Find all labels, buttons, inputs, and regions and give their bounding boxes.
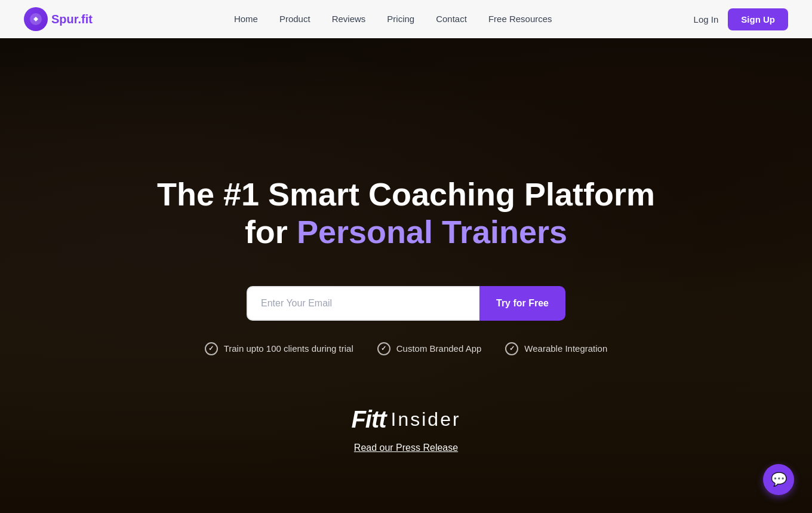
chat-button[interactable]: 💬 (763, 464, 794, 495)
nav-contact[interactable]: Contact (436, 14, 467, 24)
signup-button[interactable]: Sign Up (728, 8, 788, 30)
try-free-button[interactable]: Try for Free (479, 286, 565, 321)
fitt-text: Fitt (351, 406, 386, 433)
features-list: Train upto 100 clients during trial Cust… (205, 342, 608, 355)
check-icon-3 (505, 342, 518, 355)
nav-pricing[interactable]: Pricing (387, 14, 414, 24)
logo-text: Spur.fit (51, 13, 93, 26)
nav-reviews[interactable]: Reviews (332, 14, 366, 24)
press-section: Fitt Insider Read our Press Release (351, 406, 460, 453)
feature-label-3: Wearable Integration (524, 343, 607, 354)
login-button[interactable]: Log In (694, 14, 719, 24)
nav-links: Home Product Reviews Pricing Contact Fre… (234, 14, 552, 24)
feature-label-1: Train upto 100 clients during trial (224, 343, 353, 354)
logo[interactable]: Spur.fit (24, 7, 93, 31)
nav-home[interactable]: Home (234, 14, 258, 24)
navbar: Spur.fit Home Product Reviews Pricing Co… (0, 0, 812, 38)
logo-icon (24, 7, 48, 31)
feature-item-1: Train upto 100 clients during trial (205, 342, 353, 355)
email-form: Try for Free (247, 286, 565, 321)
feature-item-2: Custom Branded App (377, 342, 482, 355)
check-icon-1 (205, 342, 218, 355)
fitt-insider-logo: Fitt Insider (351, 406, 460, 433)
check-icon-2 (377, 342, 390, 355)
nav-actions: Log In Sign Up (694, 8, 788, 30)
nav-free-resources[interactable]: Free Resources (488, 14, 552, 24)
hero-section: Spur.fit Home Product Reviews Pricing Co… (0, 0, 812, 513)
hero-title: The #1 Smart Coaching Platform for Perso… (137, 176, 675, 250)
nav-product[interactable]: Product (279, 14, 310, 24)
press-release-link[interactable]: Read our Press Release (354, 443, 458, 453)
feature-label-2: Custom Branded App (396, 343, 482, 354)
hero-title-accent: Personal Trainers (297, 214, 567, 250)
hero-content: The #1 Smart Coaching Platform for Perso… (0, 0, 812, 513)
insider-text: Insider (391, 408, 461, 431)
chat-icon: 💬 (771, 472, 787, 487)
feature-item-3: Wearable Integration (505, 342, 607, 355)
email-input[interactable] (247, 286, 479, 321)
